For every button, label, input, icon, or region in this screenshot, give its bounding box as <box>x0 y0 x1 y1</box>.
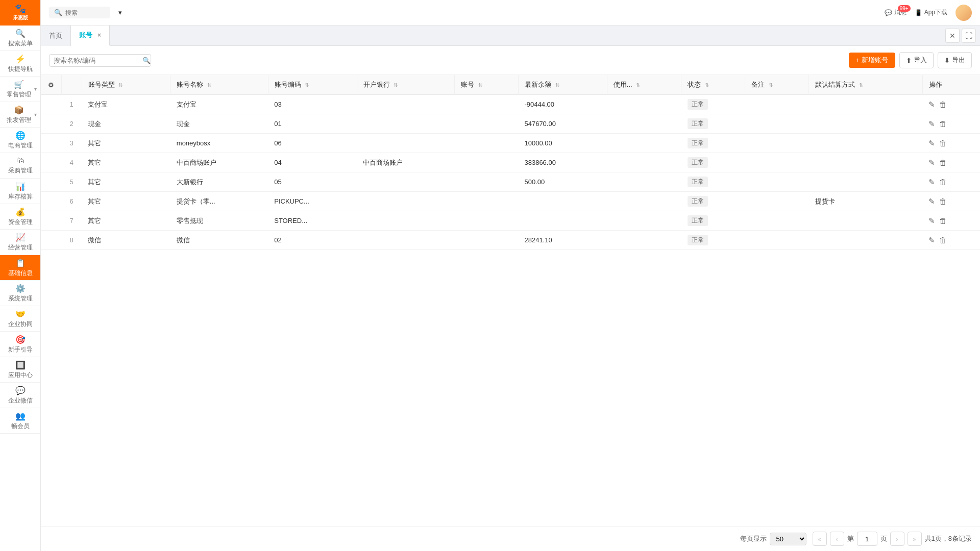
row-bank-cell <box>357 172 454 192</box>
sidebar-item-retail-mgmt[interactable]: 🛒 零售管理 ▾ <box>0 77 41 102</box>
sidebar-item-enterprise-wechat[interactable]: 💬 企业微信 <box>0 383 41 408</box>
col-gear[interactable]: ⚙ <box>41 75 61 95</box>
sidebar-item-wholesale-mgmt[interactable]: 📦 批发管理 ▾ <box>0 102 41 128</box>
row-balance-cell <box>518 211 607 231</box>
edit-button[interactable]: ✎ <box>928 158 935 167</box>
table-row: 7 其它 零售抵现 STORED... 正常 ✎ 🗑 <box>41 211 980 231</box>
export-button[interactable]: ⬇ 导出 <box>938 52 972 68</box>
delete-button[interactable]: 🗑 <box>939 158 947 167</box>
tab-home[interactable]: 首页 <box>41 26 71 46</box>
sidebar-item-enterprise-agreement[interactable]: 🤝 企业协同 <box>0 306 41 332</box>
download-button[interactable]: 📱 App下载 <box>915 8 947 17</box>
delete-button[interactable]: 🗑 <box>939 100 947 109</box>
table-body: 1 支付宝 支付宝 03 -90444.00 正常 ✎ 🗑 2 现金 现金 01 <box>41 95 980 250</box>
row-code-cell: 04 <box>268 153 357 172</box>
add-account-button[interactable]: + 新增账号 <box>849 53 895 68</box>
row-num-cell: 7 <box>61 211 82 231</box>
col-settlement-header[interactable]: 默认结算方式 ⇅ <box>809 75 923 95</box>
sidebar-item-search-menu[interactable]: 🔍 搜索菜单 <box>0 26 41 51</box>
row-gear-cell <box>41 192 61 211</box>
edit-button[interactable]: ✎ <box>928 197 935 206</box>
edit-button[interactable]: ✎ <box>928 139 935 148</box>
sidebar-item-new-guide[interactable]: 🎯 新手引导 <box>0 332 41 357</box>
row-bank-cell <box>357 231 454 250</box>
account-search-box[interactable]: 🔍 <box>49 54 151 67</box>
sidebar-item-operation-mgmt[interactable]: 📈 经营管理 <box>0 230 41 255</box>
delete-button[interactable]: 🗑 <box>939 178 947 186</box>
edit-button[interactable]: ✎ <box>928 216 935 226</box>
account-search-input[interactable] <box>54 57 139 64</box>
col-code-label: 账号编码 <box>275 81 301 88</box>
sidebar-item-members[interactable]: 👥 畅会员 <box>0 408 41 434</box>
row-balance-cell: 28241.10 <box>518 231 607 250</box>
col-remark-header[interactable]: 备注 ⇅ <box>745 75 809 95</box>
table-header-row: ⚙ 账号类型 ⇅ 账号名称 ⇅ 账号编码 ⇅ <box>41 75 980 95</box>
sidebar-item-finance-mgmt[interactable]: 💰 资金管理 <box>0 204 41 230</box>
action-buttons: ✎ 🗑 <box>928 158 974 167</box>
tab-collapse-button[interactable]: ✕ <box>945 29 960 43</box>
header-search-box[interactable]: 🔍 <box>49 7 110 18</box>
row-action-cell: ✎ 🗑 <box>922 172 980 192</box>
edit-button[interactable]: ✎ <box>928 119 935 129</box>
quick-nav-icon: ⚡ <box>15 54 26 64</box>
sidebar-item-system-mgmt[interactable]: ⚙️ 系统管理 <box>0 281 41 306</box>
row-usage-cell <box>607 192 681 211</box>
edit-button[interactable]: ✎ <box>928 100 935 109</box>
edit-button[interactable]: ✎ <box>928 178 935 187</box>
status-badge: 正常 <box>688 99 708 110</box>
col-usage-header[interactable]: 使用... ⇅ <box>607 75 681 95</box>
tab-expand-button[interactable]: ⛶ <box>962 29 976 43</box>
row-type-cell: 支付宝 <box>82 95 170 114</box>
delete-button[interactable]: 🗑 <box>939 197 947 206</box>
table-row: 2 现金 现金 01 547670.00 正常 ✎ 🗑 <box>41 114 980 134</box>
edit-button[interactable]: ✎ <box>928 236 935 245</box>
avatar[interactable] <box>955 5 972 21</box>
sidebar-item-purchase-mgmt[interactable]: 🛍 采购管理 <box>0 153 41 179</box>
delete-button[interactable]: 🗑 <box>939 119 947 128</box>
col-name-header[interactable]: 账号名称 ⇅ <box>170 75 268 95</box>
last-page-button[interactable]: » <box>908 532 922 546</box>
enterprise-wechat-icon: 💬 <box>15 386 26 395</box>
sidebar-item-inventory[interactable]: 📊 库存核算 <box>0 179 41 204</box>
delete-button[interactable]: 🗑 <box>939 216 947 225</box>
messages-button[interactable]: 💬 消息 99+ <box>885 8 906 17</box>
tab-account[interactable]: 账号 × <box>71 26 110 46</box>
new-guide-icon: 🎯 <box>15 335 26 344</box>
action-buttons: ✎ 🗑 <box>928 236 974 245</box>
sidebar-item-basic-info[interactable]: 📋 基础信息 <box>0 255 41 281</box>
sidebar-item-ecommerce-mgmt[interactable]: 🌐 电商管理 <box>0 128 41 153</box>
row-code-cell: 01 <box>268 114 357 134</box>
col-type-header[interactable]: 账号类型 ⇅ <box>82 75 170 95</box>
col-balance-header[interactable]: 最新余额 ⇅ <box>518 75 607 95</box>
row-type-cell: 微信 <box>82 231 170 250</box>
row-name-cell: moneybosx <box>170 134 268 153</box>
sidebar-item-quick-nav[interactable]: ⚡ 快捷导航 <box>0 51 41 77</box>
tab-close-button[interactable]: × <box>97 32 101 39</box>
sidebar-item-app-center[interactable]: 🔲 应用中心 <box>0 357 41 383</box>
page-number-input[interactable] <box>857 532 877 546</box>
row-balance-cell: -90444.00 <box>518 95 607 114</box>
col-status-header[interactable]: 状态 ⇅ <box>681 75 745 95</box>
row-balance-cell <box>518 192 607 211</box>
col-action-label: 操作 <box>929 81 942 88</box>
next-page-button[interactable]: › <box>890 532 904 546</box>
delete-button[interactable]: 🗑 <box>939 139 947 147</box>
import-button[interactable]: ⬆ 导入 <box>899 52 934 68</box>
action-buttons: ✎ 🗑 <box>928 197 974 206</box>
col-bank-header[interactable]: 开户银行 ⇅ <box>357 75 454 95</box>
sort-icon: ⇅ <box>636 82 640 88</box>
delete-button[interactable]: 🗑 <box>939 236 947 244</box>
per-page-label: 每页显示 <box>740 534 767 543</box>
col-account-header[interactable]: 账号 ⇅ <box>454 75 518 95</box>
col-code-header[interactable]: 账号编码 ⇅ <box>268 75 357 95</box>
page-size-select[interactable]: 50 100 200 <box>770 533 806 545</box>
prev-page-button[interactable]: ‹ <box>830 532 844 546</box>
row-settlement-cell <box>809 231 923 250</box>
first-page-button[interactable]: « <box>813 532 827 546</box>
retail-mgmt-icon: 🛒 <box>14 80 24 89</box>
download-icon: 📱 <box>915 9 922 16</box>
row-status-cell: 正常 <box>681 172 745 192</box>
header-dropdown[interactable]: ▾ <box>116 9 122 16</box>
chevron-down-icon: ▾ <box>34 112 37 117</box>
header-search-input[interactable] <box>65 9 106 16</box>
